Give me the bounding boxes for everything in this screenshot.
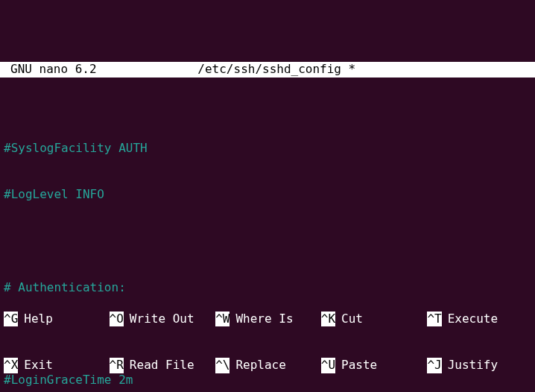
keybind-whereis[interactable]: ^WWhere Is (215, 312, 321, 327)
keybind-writeout[interactable]: ^OWrite Out (110, 312, 216, 327)
keybind-replace[interactable]: ^\Replace (215, 358, 321, 373)
file-path: /etc/ssh/sshd_config * (97, 62, 535, 78)
keybind-justify[interactable]: ^JJustify (427, 358, 531, 373)
keybind-paste[interactable]: ^UPaste (321, 358, 428, 373)
keybind-row: ^GHelp ^OWrite Out ^WWhere Is ^KCut ^TEx… (4, 312, 531, 327)
config-line: #SyslogFacility AUTH (4, 141, 531, 157)
blank-line (4, 234, 531, 250)
config-line: #LogLevel INFO (4, 187, 531, 203)
keybind-help[interactable]: ^GHelp (4, 312, 110, 327)
app-name: GNU nano 6.2 (0, 62, 97, 78)
keybind-row: ^XExit ^RRead File ^\Replace ^UPaste ^JJ… (4, 358, 531, 373)
keybind-cut[interactable]: ^KCut (321, 312, 428, 327)
keybind-execute[interactable]: ^TExecute (427, 312, 531, 327)
keybind-exit[interactable]: ^XExit (4, 358, 110, 373)
title-bar: GNU nano 6.2 /etc/ssh/sshd_config * (0, 62, 535, 78)
keybind-bar: ^GHelp ^OWrite Out ^WWhere Is ^KCut ^TEx… (4, 280, 531, 389)
keybind-readfile[interactable]: ^RRead File (110, 358, 216, 373)
